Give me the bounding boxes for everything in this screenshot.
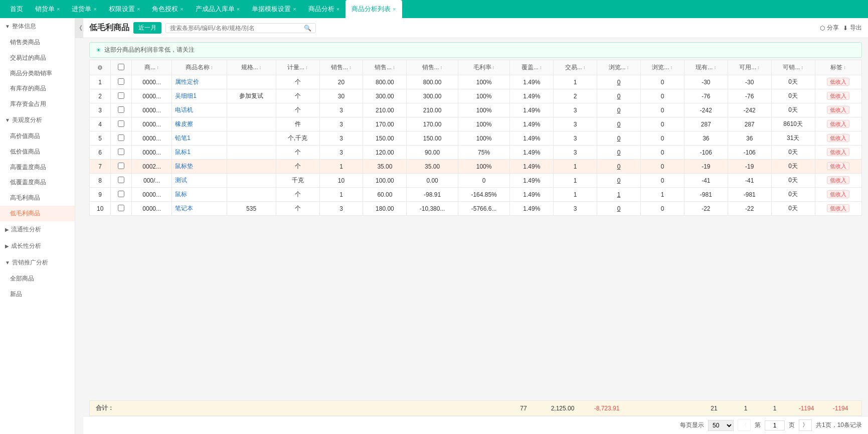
prev-page-button[interactable]: 〈: [738, 419, 751, 431]
nav-template-settings[interactable]: 单据模板设置 ×: [246, 0, 302, 18]
row-name[interactable]: 铅笔1: [172, 131, 227, 146]
nav-close-icon[interactable]: ×: [180, 6, 183, 12]
sidebar-item-traded-goods[interactable]: 交易过的商品: [0, 50, 75, 66]
row-select-checkbox[interactable]: [118, 205, 124, 211]
row-select-checkbox[interactable]: [118, 177, 124, 183]
nav-product-inbound[interactable]: 产成品入库单 ×: [190, 0, 246, 18]
sidebar-collapse-button[interactable]: 《: [75, 18, 83, 38]
col-saleable-days[interactable]: 可销...↕: [771, 60, 815, 75]
col-spec[interactable]: 规格...↕: [227, 60, 276, 75]
row-views1[interactable]: 0: [597, 117, 641, 131]
sidebar-item-low-margin[interactable]: 低毛利商品: [0, 206, 75, 221]
row-checkbox[interactable]: [111, 188, 132, 202]
row-checkbox[interactable]: [111, 131, 132, 146]
row-checkbox[interactable]: [111, 89, 132, 103]
row-checkbox[interactable]: [111, 75, 132, 89]
sidebar-item-sales-goods[interactable]: 销售类商品: [0, 35, 75, 50]
search-input[interactable]: [170, 25, 304, 32]
row-name[interactable]: 属性定价: [172, 75, 227, 89]
row-views1[interactable]: 0: [597, 174, 641, 188]
time-filter-button[interactable]: 近一月: [133, 22, 161, 34]
col-tag[interactable]: 标签↕: [815, 60, 861, 75]
nav-role-auth[interactable]: 角色授权 ×: [146, 0, 189, 18]
nav-close-icon[interactable]: ×: [237, 6, 240, 12]
col-available-stock[interactable]: 可用...↕: [728, 60, 771, 75]
sidebar-group-liquidity[interactable]: ▶ 流通性分析: [0, 221, 75, 238]
col-unit[interactable]: 计量...↕: [276, 60, 319, 75]
row-views1[interactable]: 0: [597, 146, 641, 160]
page-number-input[interactable]: [765, 420, 785, 430]
row-checkbox[interactable]: [111, 174, 132, 188]
nav-home[interactable]: 首页: [4, 0, 29, 18]
row-name[interactable]: 鼠标垫: [172, 160, 227, 174]
col-coverage[interactable]: 覆盖...↕: [510, 60, 554, 75]
nav-close-icon[interactable]: ×: [57, 6, 60, 12]
row-views1[interactable]: 0: [597, 89, 641, 103]
col-sales-price[interactable]: 销售...↕: [363, 60, 407, 75]
row-name[interactable]: 橡皮擦: [172, 117, 227, 131]
col-sales-qty[interactable]: 销售...↕: [319, 60, 363, 75]
row-select-checkbox[interactable]: [118, 78, 124, 85]
sidebar-item-category-rate[interactable]: 商品分类助销率: [0, 66, 75, 81]
col-settings[interactable]: ⚙: [90, 60, 111, 75]
nav-product-analysis-list[interactable]: 商品分析列表 ×: [345, 0, 402, 18]
row-checkbox[interactable]: [111, 160, 132, 174]
row-select-checkbox[interactable]: [118, 149, 124, 155]
row-checkbox[interactable]: [111, 117, 132, 131]
sidebar-item-new-goods[interactable]: 新品: [0, 286, 75, 302]
sidebar-item-high-coverage[interactable]: 高覆盖度商品: [0, 160, 75, 175]
row-views1[interactable]: 0: [597, 131, 641, 146]
sidebar-group-beauty[interactable]: ▼ 美观度分析: [0, 112, 75, 128]
sidebar-item-high-value[interactable]: 高价值商品: [0, 128, 75, 144]
row-checkbox[interactable]: [111, 103, 132, 117]
row-name[interactable]: 笔记本: [172, 202, 227, 216]
col-code[interactable]: 商...↕: [132, 60, 172, 75]
nav-permission-settings[interactable]: 权限设置 ×: [103, 0, 146, 18]
row-views1[interactable]: 1: [597, 188, 641, 202]
row-views1[interactable]: 0: [597, 75, 641, 89]
row-select-checkbox[interactable]: [118, 163, 124, 169]
row-checkbox[interactable]: [111, 202, 132, 216]
nav-sales-order[interactable]: 销货单 ×: [29, 0, 66, 18]
row-select-checkbox[interactable]: [118, 120, 124, 127]
sidebar-item-high-margin[interactable]: 高毛利商品: [0, 190, 75, 206]
nav-purchase-order[interactable]: 进货单 ×: [66, 0, 102, 18]
row-name[interactable]: 鼠标: [172, 188, 227, 202]
next-page-button[interactable]: 〉: [799, 419, 812, 431]
sidebar-item-all-goods[interactable]: 全部商品: [0, 271, 75, 286]
col-checkbox[interactable]: [111, 60, 132, 75]
sidebar-group-growth[interactable]: ▶ 成长性分析: [0, 238, 75, 254]
select-all-checkbox[interactable]: [118, 64, 124, 70]
col-trade-count[interactable]: 交易...↕: [554, 60, 597, 75]
row-views1[interactable]: 0: [597, 160, 641, 174]
share-button[interactable]: ⬡ 分享: [820, 24, 839, 32]
col-name[interactable]: 商品名称↕: [172, 60, 227, 75]
row-select-checkbox[interactable]: [118, 92, 124, 99]
row-select-checkbox[interactable]: [118, 106, 124, 113]
col-views1[interactable]: 浏览...↕: [597, 60, 641, 75]
sidebar-item-low-value[interactable]: 低价值商品: [0, 144, 75, 160]
row-name[interactable]: 鼠标1: [172, 146, 227, 160]
export-button[interactable]: ⬇ 导出: [843, 24, 862, 32]
nav-close-icon[interactable]: ×: [93, 6, 96, 12]
col-current-stock[interactable]: 现有...↕: [684, 60, 728, 75]
sidebar-group-overall[interactable]: ▼ 整体信息: [0, 18, 75, 35]
col-gross-margin[interactable]: 毛利率↕: [458, 60, 510, 75]
row-views1[interactable]: 0: [597, 103, 641, 117]
search-icon[interactable]: 🔍: [304, 25, 311, 32]
row-name[interactable]: 电话机: [172, 103, 227, 117]
col-sales-amount[interactable]: 销售...↕: [407, 60, 458, 75]
row-select-checkbox[interactable]: [118, 134, 124, 141]
nav-product-analysis[interactable]: 商品分析 ×: [302, 0, 345, 18]
row-name[interactable]: 测试: [172, 174, 227, 188]
sidebar-item-stock-goods[interactable]: 有库存的商品: [0, 81, 75, 96]
nav-close-icon[interactable]: ×: [393, 6, 396, 12]
row-views1[interactable]: 0: [597, 202, 641, 216]
sidebar-item-low-coverage[interactable]: 低覆盖度商品: [0, 175, 75, 190]
sidebar-group-marketing[interactable]: ▼ 营销推广分析: [0, 254, 75, 271]
per-page-select[interactable]: 50 100 200: [708, 420, 734, 431]
row-select-checkbox[interactable]: [118, 191, 124, 197]
nav-close-icon[interactable]: ×: [137, 6, 140, 12]
col-views2[interactable]: 浏览...↕: [641, 60, 684, 75]
sidebar-item-stock-capital[interactable]: 库存资金占用: [0, 96, 75, 112]
